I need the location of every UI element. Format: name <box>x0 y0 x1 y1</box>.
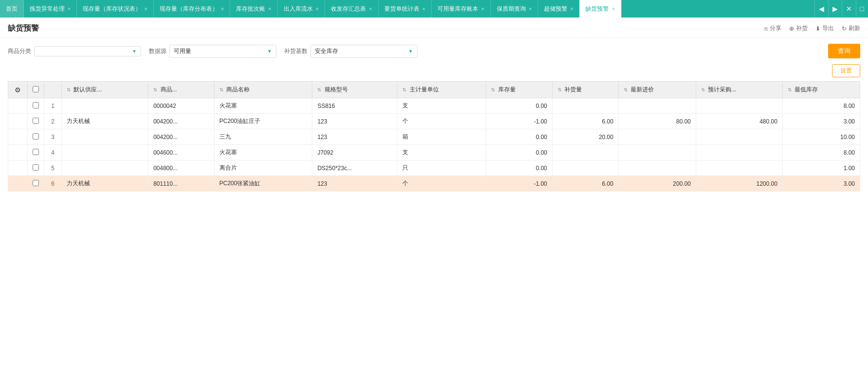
main-table: ⚙ ⇅ 默认供应... ⇅ 商品... ⇅ <box>8 81 860 192</box>
row-gear-2 <box>8 129 28 145</box>
row-price-3 <box>618 145 696 160</box>
row-checkbox-3[interactable] <box>33 149 39 155</box>
tab-available-ledger[interactable]: 可用量库存账本 × <box>432 0 490 18</box>
row-checkbox-cell-1[interactable] <box>28 114 44 129</box>
filter-bar: 商品分类 ▼ 数据源 可用量 ▼ 补货基数 安全库存 ▼ 查询 <box>0 38 868 64</box>
row-unit-0: 支 <box>398 98 486 114</box>
datasource-select-value: 可用量 <box>174 47 191 55</box>
row-num-4: 5 <box>44 160 62 176</box>
settings-button[interactable]: 设置 <box>832 64 860 77</box>
tab-close-batch-account[interactable]: × <box>268 6 271 12</box>
column-min-stock[interactable]: ⇅ 最低库存 <box>782 82 860 98</box>
tab-close-demand-stats[interactable]: × <box>422 6 425 12</box>
table-row: 6 力天机械 801110... PC200张紧油缸 123 个 -1.00 6… <box>8 176 860 192</box>
table-row: 5 004800... 离合片 DS250*23c... 只 0.00 1.00 <box>8 160 860 176</box>
row-checkbox-1[interactable] <box>33 118 39 124</box>
tab-close-overstock[interactable]: × <box>570 6 573 12</box>
tab-batch-account[interactable]: 库存批次账 × <box>230 0 277 18</box>
row-stock-0: 0.00 <box>486 98 552 114</box>
row-checkbox-4[interactable] <box>33 164 39 171</box>
column-stock-qty[interactable]: ⇅ 库存量 <box>486 82 552 98</box>
row-unit-3: 支 <box>398 145 486 160</box>
replenish-base-filter-group: 补货基数 安全库存 ▼ <box>284 45 417 58</box>
replenish-base-select[interactable]: 安全库存 ▼ <box>310 45 417 58</box>
category-filter-group: 商品分类 ▼ <box>8 46 141 56</box>
row-checkbox-cell-5[interactable] <box>28 176 44 192</box>
export-button[interactable]: ⬇ 导出 <box>815 24 834 33</box>
tab-demand-stats[interactable]: 要货单统计表 × <box>379 0 432 18</box>
tab-close-shortage[interactable]: × <box>612 6 615 12</box>
gear-icon[interactable]: ⚙ <box>15 86 21 94</box>
tab-overstock[interactable]: 超储预警 × <box>538 0 579 18</box>
tab-close-current-button[interactable]: ✕ <box>842 0 856 18</box>
table-wrapper: ⚙ ⇅ 默认供应... ⇅ 商品... ⇅ <box>0 81 868 192</box>
tab-close-receipt-summary[interactable]: × <box>369 6 372 12</box>
tab-expiry-query[interactable]: 保质期查询 × <box>491 0 538 18</box>
main-content: 缺货预警 ⎋ 分享 ⊕ 补货 ⬇ 导出 ↻ 刷新 商品分类 <box>0 18 868 387</box>
sort-icon-stock: ⇅ <box>491 87 495 92</box>
share-button[interactable]: ⎋ 分享 <box>764 24 781 33</box>
column-product-name[interactable]: ⇅ 商品名称 <box>214 82 312 98</box>
row-spec-1: 123 <box>312 114 398 129</box>
tab-prev-button[interactable]: ◀ <box>814 0 828 18</box>
tab-close-expiry-query[interactable]: × <box>529 6 532 12</box>
sort-icon-spec: ⇅ <box>317 87 321 92</box>
row-price-0 <box>618 98 696 114</box>
tab-receipt-summary[interactable]: 收发存汇总表 × <box>325 0 378 18</box>
row-checkbox-cell-2[interactable] <box>28 129 44 145</box>
table-row: 2 力天机械 004200... PC200油缸庄子 123 个 -1.00 6… <box>8 114 860 129</box>
tab-inout-flow[interactable]: 出入库流水 × <box>278 0 325 18</box>
tab-inventory-status[interactable]: 现存量（库存状况表） × <box>77 0 153 18</box>
tab-close-abnormal[interactable]: × <box>68 6 71 12</box>
column-est-purchase[interactable]: ⇅ 预计采购... <box>696 82 782 98</box>
row-gear-4 <box>8 160 28 176</box>
row-stock-2: 0.00 <box>486 129 552 145</box>
query-button[interactable]: 查询 <box>828 44 860 58</box>
sort-icon-supplier: ⇅ <box>67 87 71 92</box>
column-spec[interactable]: ⇅ 规格型号 <box>312 82 398 98</box>
row-supplier-1: 力天机械 <box>62 114 148 129</box>
row-checkbox-5[interactable] <box>33 180 39 186</box>
column-product-code[interactable]: ⇅ 商品... <box>148 82 215 98</box>
column-checkbox[interactable] <box>28 82 44 98</box>
sort-icon-unit: ⇅ <box>402 87 406 92</box>
export-icon: ⬇ <box>815 25 820 32</box>
row-spec-4: DS250*23c... <box>312 160 398 176</box>
row-checkbox-2[interactable] <box>33 133 39 140</box>
sort-icon-min: ⇅ <box>788 87 792 92</box>
row-checkbox-0[interactable] <box>33 102 39 108</box>
column-latest-price[interactable]: ⇅ 最新进价 <box>618 82 696 98</box>
column-unit[interactable]: ⇅ 主计量单位 <box>398 82 486 98</box>
tab-close-available-ledger[interactable]: × <box>481 6 484 12</box>
tab-abnormal[interactable]: 拣货异常处理 × <box>24 0 77 18</box>
datasource-select[interactable]: 可用量 ▼ <box>169 45 276 58</box>
row-min-5: 3.00 <box>782 176 860 192</box>
refresh-button[interactable]: ↻ 刷新 <box>842 24 860 33</box>
replenish-base-select-value: 安全库存 <box>315 47 338 55</box>
row-checkbox-cell-3[interactable] <box>28 145 44 160</box>
tab-home[interactable]: 首页 <box>0 0 24 18</box>
row-num-1: 2 <box>44 114 62 129</box>
row-est-4 <box>696 160 782 176</box>
tab-close-inout-flow[interactable]: × <box>316 6 319 12</box>
tab-inventory-dist[interactable]: 现存量（库存分布表） × <box>154 0 230 18</box>
page-title: 缺货预警 <box>8 23 39 34</box>
row-checkbox-cell-0[interactable] <box>28 98 44 114</box>
tab-maximize-button[interactable]: □ <box>856 0 868 18</box>
column-replenish-qty[interactable]: ⇅ 补货量 <box>552 82 618 98</box>
category-select[interactable]: ▼ <box>34 46 141 56</box>
tab-close-inventory-dist[interactable]: × <box>221 6 224 12</box>
replenish-button[interactable]: ⊕ 补货 <box>789 24 808 33</box>
row-replenish-2: 20.00 <box>552 129 618 145</box>
column-default-supplier[interactable]: ⇅ 默认供应... <box>62 82 148 98</box>
tab-next-button[interactable]: ▶ <box>828 0 842 18</box>
tab-shortage[interactable]: 缺货预警 × <box>579 0 621 18</box>
select-all-checkbox[interactable] <box>33 86 39 92</box>
datasource-label: 数据源 <box>149 47 166 55</box>
column-gear[interactable]: ⚙ <box>8 82 28 98</box>
row-code-3: 004600... <box>148 145 215 160</box>
row-unit-4: 只 <box>398 160 486 176</box>
row-checkbox-cell-4[interactable] <box>28 160 44 176</box>
row-unit-1: 个 <box>398 114 486 129</box>
tab-close-inventory-status[interactable]: × <box>144 6 147 12</box>
